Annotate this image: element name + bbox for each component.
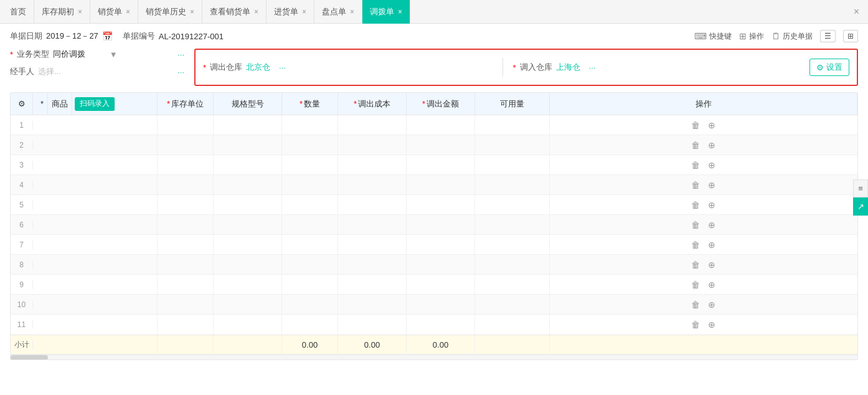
tab-sales-history[interactable]: 销货单历史 × [138, 0, 202, 24]
close-view-sales[interactable]: × [254, 7, 258, 16]
row-5-cost[interactable] [338, 195, 407, 214]
row-4-cost[interactable] [338, 175, 407, 194]
close-sales-order[interactable]: × [126, 7, 130, 16]
row-4-qty[interactable] [282, 175, 338, 194]
scroll-thumb[interactable] [11, 355, 48, 360]
row-5-qty[interactable] [282, 195, 338, 214]
row-2-product[interactable] [33, 135, 158, 155]
tab-purchase[interactable]: 进货单 × [267, 0, 314, 24]
copy-icon[interactable]: ⊕ [705, 278, 718, 291]
warehouse-in-more[interactable]: ··· [589, 63, 596, 72]
row-2-cost[interactable] [338, 135, 407, 155]
tab-view-sales[interactable]: 查看销货单 × [202, 0, 267, 24]
row-2-amount[interactable] [407, 135, 475, 155]
row-2-qty[interactable] [282, 135, 338, 155]
delete-icon[interactable]: 🗑 [689, 159, 702, 171]
row-10-product[interactable] [33, 295, 158, 314]
row-9-qty[interactable] [282, 275, 338, 294]
copy-icon[interactable]: ⊕ [705, 119, 718, 131]
row-7-amount[interactable] [407, 235, 475, 254]
row-6-qty[interactable] [282, 215, 338, 234]
row-7-qty[interactable] [282, 235, 338, 254]
delete-icon[interactable]: 🗑 [689, 278, 702, 291]
copy-icon[interactable]: ⊕ [705, 219, 718, 231]
tab-inventory[interactable]: 盘点单 × [314, 0, 362, 24]
copy-icon[interactable]: ⊕ [705, 199, 718, 211]
row-10-cost[interactable] [338, 295, 407, 314]
tab-inventory-init[interactable]: 库存期初 × [34, 0, 90, 24]
row-11-qty[interactable] [282, 315, 338, 335]
copy-icon[interactable]: ⊕ [705, 259, 718, 271]
layout1-btn[interactable]: ☰ [820, 30, 836, 42]
delete-icon[interactable]: 🗑 [689, 259, 702, 271]
row-3-amount[interactable] [407, 155, 475, 174]
business-type-more[interactable]: ··· [177, 50, 184, 59]
row-10-amount[interactable] [407, 295, 475, 314]
close-inventory[interactable]: × [350, 7, 354, 16]
tab-home[interactable]: 首页 [2, 0, 34, 24]
tab-transfer[interactable]: 调拨单 × [362, 0, 410, 24]
close-inventory-init[interactable]: × [78, 7, 82, 16]
delete-icon[interactable]: 🗑 [689, 318, 702, 331]
shortcut-btn[interactable]: ⌨ 快捷键 [694, 31, 732, 42]
row-6-product[interactable] [33, 215, 158, 234]
business-type-dropdown[interactable]: ▼ [110, 50, 118, 59]
row-5-amount[interactable] [407, 195, 475, 214]
delete-icon[interactable]: 🗑 [689, 219, 702, 231]
row-4-product[interactable] [33, 175, 158, 194]
delete-icon[interactable]: 🗑 [689, 298, 702, 311]
close-all-tabs[interactable]: × [847, 6, 866, 17]
row-9-product[interactable] [33, 275, 158, 294]
handler-more[interactable]: ··· [177, 67, 184, 77]
copy-icon[interactable]: ⊕ [705, 298, 718, 311]
tab-sales-order[interactable]: 销货单 × [90, 0, 138, 24]
row-1-amount[interactable] [407, 115, 475, 135]
row-11-product[interactable] [33, 315, 158, 335]
row-8-amount[interactable] [407, 255, 475, 274]
delete-icon[interactable]: 🗑 [689, 119, 702, 131]
row-5-product[interactable] [33, 195, 158, 214]
row-10-qty[interactable] [282, 295, 338, 314]
row-7-product[interactable] [33, 235, 158, 254]
layout2-btn[interactable]: ⊞ [843, 30, 858, 42]
operations-btn[interactable]: ⊞ 操作 [739, 31, 764, 42]
row-7-cost[interactable] [338, 235, 407, 254]
row-3-product[interactable] [33, 155, 158, 174]
row-6-amount[interactable] [407, 215, 475, 234]
close-transfer[interactable]: × [398, 7, 402, 16]
row-8-qty[interactable] [282, 255, 338, 274]
row-9-cost[interactable] [338, 275, 407, 294]
list-float-btn[interactable]: ≡ [853, 179, 868, 198]
expand-float-btn[interactable]: ↗ [853, 198, 868, 216]
row-1-cost[interactable] [338, 115, 407, 135]
row-6-cost[interactable] [338, 215, 407, 234]
delete-icon[interactable]: 🗑 [689, 239, 702, 251]
calendar-icon[interactable]: 📅 [102, 31, 113, 41]
delete-icon[interactable]: 🗑 [689, 139, 702, 151]
row-3-qty[interactable] [282, 155, 338, 174]
col-settings-btn[interactable]: ⚙ [11, 93, 33, 115]
copy-icon[interactable]: ⊕ [705, 139, 718, 151]
scan-btn[interactable]: 扫码录入 [75, 97, 115, 111]
handler-placeholder[interactable]: 选择... [38, 66, 61, 77]
setting-button[interactable]: ⚙ 设置 [809, 59, 849, 76]
row-3-cost[interactable] [338, 155, 407, 174]
row-9-amount[interactable] [407, 275, 475, 294]
history-btn[interactable]: 🗒 历史单据 [771, 31, 813, 42]
copy-icon[interactable]: ⊕ [705, 179, 718, 191]
row-4-amount[interactable] [407, 175, 475, 194]
horizontal-scrollbar[interactable] [11, 355, 857, 359]
delete-icon[interactable]: 🗑 [689, 199, 702, 211]
copy-icon[interactable]: ⊕ [705, 159, 718, 171]
copy-icon[interactable]: ⊕ [705, 239, 718, 251]
delete-icon[interactable]: 🗑 [689, 179, 702, 191]
row-11-cost[interactable] [338, 315, 407, 335]
close-sales-history[interactable]: × [190, 7, 194, 16]
warehouse-out-more[interactable]: ··· [279, 63, 286, 72]
row-11-amount[interactable] [407, 315, 475, 335]
row-8-cost[interactable] [338, 255, 407, 274]
row-1-product[interactable] [33, 115, 158, 135]
close-purchase[interactable]: × [302, 7, 306, 16]
copy-icon[interactable]: ⊕ [705, 318, 718, 331]
row-8-product[interactable] [33, 255, 158, 274]
